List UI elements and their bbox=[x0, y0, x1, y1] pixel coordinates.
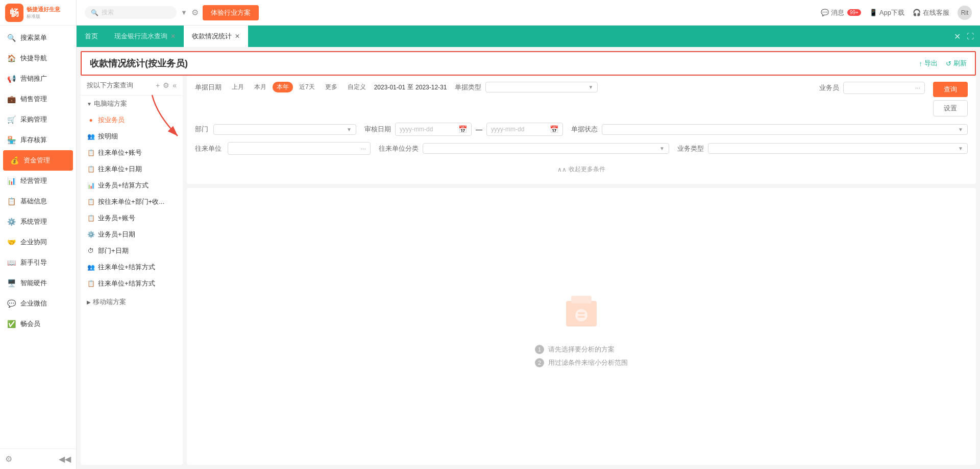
solution-btn[interactable]: 体验行业方案 bbox=[203, 5, 259, 20]
sidebar-item-member[interactable]: ✅ 畅会员 bbox=[0, 314, 76, 334]
salesperson-label: 业务员 bbox=[819, 83, 839, 92]
settings-button[interactable]: 设置 bbox=[933, 100, 968, 116]
doc-status-select[interactable]: ▼ bbox=[602, 124, 968, 135]
finance-icon: 💰 bbox=[9, 155, 19, 166]
doc-type-select[interactable]: ▼ bbox=[485, 82, 598, 92]
tab-bank-flow-close[interactable]: ✕ bbox=[170, 33, 176, 40]
sidebar-item-base[interactable]: 📋 基础信息 bbox=[0, 191, 76, 212]
tree-item-gear-icon: ⚙️ bbox=[87, 230, 95, 239]
sidebar-item-enterprise[interactable]: 🤝 企业协同 bbox=[0, 232, 76, 252]
salesperson-select[interactable]: ··· bbox=[843, 82, 925, 94]
filter-row-2: 部门 ▼ 审核日期 yyyy-mm-dd 📅 bbox=[195, 123, 968, 136]
sidebar-item-sales[interactable]: 💼 销售管理 bbox=[0, 89, 76, 109]
message-btn[interactable]: 💬 消息 99+ bbox=[821, 8, 861, 17]
empty-illustration bbox=[556, 286, 607, 337]
sidebar-item-warehouse[interactable]: 🏪 库存核算 bbox=[0, 130, 76, 150]
tree-item-bar-icon: 📊 bbox=[87, 181, 95, 190]
sidebar-item-hardware[interactable]: 🖥️ 智能硬件 bbox=[0, 273, 76, 293]
tab-bank-flow[interactable]: 现金银行流水查询 ✕ bbox=[106, 26, 184, 47]
tab-maximize-icon[interactable]: ⛶ bbox=[967, 32, 974, 40]
audit-date-group: 审核日期 yyyy-mm-dd 📅 — yyyy-mm-dd 📅 bbox=[364, 123, 563, 136]
date-tab-7days[interactable]: 近7天 bbox=[295, 82, 319, 92]
sidebar-item-search[interactable]: 🔍 搜索菜单 bbox=[0, 28, 76, 48]
sidebar-collapse-icon[interactable]: ◀◀ bbox=[59, 454, 71, 464]
sidebar-item-operations[interactable]: 📊 经营管理 bbox=[0, 171, 76, 191]
tab-home[interactable]: 首页 bbox=[77, 26, 106, 47]
sidebar-nav: 🔍 搜索菜单 🏠 快捷导航 📢 营销推广 💼 销售管理 🛒 采购管理 🏪 库存核… bbox=[0, 26, 76, 449]
collapse-bar[interactable]: ∧∧ 收起更多条件 bbox=[195, 161, 968, 178]
tree-item-table-icon4: 📋 bbox=[87, 214, 95, 222]
dept-group: 部门 ▼ bbox=[195, 124, 356, 135]
date-tab-this-month[interactable]: 本月 bbox=[250, 82, 271, 92]
app-download-btn[interactable]: 📱 App下载 bbox=[869, 8, 904, 17]
doc-type-label: 单据类型 bbox=[455, 83, 481, 92]
date-tab-more[interactable]: 更多 bbox=[321, 82, 341, 92]
sidebar-item-purchase[interactable]: 🛒 采购管理 bbox=[0, 109, 76, 130]
left-panel-title: 按以下方案查询 bbox=[87, 81, 133, 90]
tree-item-customer-dept[interactable]: 📋 按往来单位+部门+收... bbox=[81, 194, 183, 210]
sidebar-item-finance[interactable]: 💰 资金管理 bbox=[3, 150, 73, 171]
left-panel-header: 按以下方案查询 + ⚙ « bbox=[81, 76, 183, 96]
tree-item-table-icon1: 📋 bbox=[87, 149, 95, 157]
query-btn-group: 查询 设置 bbox=[933, 82, 968, 116]
date-range-start: 2023-01-01 bbox=[374, 84, 405, 91]
logo-text: 畅捷通好生意 标准版 bbox=[27, 6, 60, 20]
query-button[interactable]: 查询 bbox=[933, 82, 968, 97]
tab-close-all-icon[interactable]: ✕ bbox=[954, 32, 961, 41]
dept-input[interactable]: ▼ bbox=[213, 124, 356, 135]
sidebar-item-wechat[interactable]: 💬 企业微信 bbox=[0, 293, 76, 314]
tree-item-salesperson-settlement[interactable]: 📊 业务员+结算方式 bbox=[81, 177, 183, 194]
collapse-panel-icon[interactable]: « bbox=[173, 81, 177, 89]
business-type-dropdown-icon: ▼ bbox=[958, 146, 963, 151]
warehouse-icon: 🏪 bbox=[6, 135, 16, 145]
tree-item-salesperson-date[interactable]: ⚙️ 业务员+日期 bbox=[81, 226, 183, 243]
topbar-search[interactable]: 🔍 搜索 bbox=[85, 6, 177, 19]
sidebar-item-system[interactable]: ⚙️ 系统管理 bbox=[0, 212, 76, 232]
topbar-dropdown-icon[interactable]: ▼ bbox=[181, 9, 187, 16]
topbar: 🔍 搜索 ▼ ⚙ 体验行业方案 💬 消息 99+ 📱 App下载 🎧 在线客服 bbox=[77, 0, 980, 26]
empty-area: 1 请先选择要分析的方案 2 用过滤条件来缩小分析范围 bbox=[187, 188, 976, 465]
sidebar-item-marketing[interactable]: 📢 营销推广 bbox=[0, 68, 76, 89]
tree-item-by-detail[interactable]: 👥 按明细 bbox=[81, 128, 183, 145]
tree-item-by-salesperson[interactable]: ● 按业务员 bbox=[81, 112, 183, 128]
guide-icon: 📖 bbox=[6, 257, 16, 268]
collapse-chevron-icon: ∧∧ bbox=[557, 166, 567, 173]
tree-item-customer-settlement2[interactable]: 📋 往来单位+结算方式 bbox=[81, 275, 183, 292]
date-tab-custom[interactable]: 自定义 bbox=[344, 82, 370, 92]
tab-collection-stat-close[interactable]: ✕ bbox=[235, 33, 240, 40]
export-btn[interactable]: ↑ 导出 bbox=[919, 59, 938, 68]
filter-row-3: 往来单位 ··· 往来单位分类 ▼ bbox=[195, 142, 968, 155]
scheme-settings-icon[interactable]: ⚙ bbox=[163, 81, 169, 89]
customer-category-dropdown-icon: ▼ bbox=[659, 146, 665, 151]
customer-category-select[interactable]: ▼ bbox=[423, 143, 669, 154]
topbar-right: 💬 消息 99+ 📱 App下载 🎧 在线客服 Rit bbox=[821, 6, 972, 20]
business-type-select[interactable]: ▼ bbox=[708, 143, 968, 154]
tree-section-mobile: ▶ 移动端方案 bbox=[81, 294, 183, 310]
sidebar-settings-icon[interactable]: ⚙ bbox=[5, 454, 12, 464]
doc-type-group: 单据类型 ▼ bbox=[455, 82, 811, 92]
tree-item-dept-date[interactable]: ⏱ 部门+日期 bbox=[81, 243, 183, 259]
tree-item-customer-date[interactable]: 📋 往来单位+日期 bbox=[81, 161, 183, 177]
date-tab-last-month[interactable]: 上月 bbox=[228, 82, 248, 92]
business-type-group: 业务类型 ▼ bbox=[677, 143, 968, 154]
date-tabs: 上月 本月 本年 近7天 更多 自定义 bbox=[228, 82, 370, 92]
add-scheme-icon[interactable]: + bbox=[156, 81, 160, 89]
topbar-gear-icon[interactable]: ⚙ bbox=[191, 8, 199, 17]
audit-date-start[interactable]: yyyy-mm-dd 📅 bbox=[395, 123, 472, 136]
sidebar-item-guide[interactable]: 📖 新手引导 bbox=[0, 252, 76, 273]
tree-item-customer-settlement1[interactable]: 👥 往来单位+结算方式 bbox=[81, 259, 183, 275]
sidebar-item-quicknav[interactable]: 🏠 快捷导航 bbox=[0, 48, 76, 68]
content-wrapper: 按以下方案查询 + ⚙ « bbox=[77, 76, 980, 469]
user-avatar[interactable]: Rit bbox=[958, 6, 972, 20]
audit-date-end[interactable]: yyyy-mm-dd 📅 bbox=[486, 123, 563, 136]
tree-item-customer-account[interactable]: 📋 往来单位+账号 bbox=[81, 145, 183, 161]
date-tab-this-year[interactable]: 本年 bbox=[273, 82, 293, 92]
tab-collection-stat[interactable]: 收款情况统计 ✕ bbox=[184, 26, 248, 47]
right-panel: 单据日期 上月 本月 本年 近7天 更多 自定义 2023-01-01 bbox=[187, 76, 976, 465]
online-service-btn[interactable]: 🎧 在线客服 bbox=[913, 8, 949, 17]
marketing-icon: 📢 bbox=[6, 74, 16, 84]
customer-input[interactable]: ··· bbox=[228, 142, 371, 155]
refresh-btn[interactable]: ↺ 刷新 bbox=[946, 59, 967, 68]
left-panel: 按以下方案查询 + ⚙ « bbox=[81, 76, 183, 465]
tree-item-salesperson-account[interactable]: 📋 业务员+账号 bbox=[81, 210, 183, 226]
